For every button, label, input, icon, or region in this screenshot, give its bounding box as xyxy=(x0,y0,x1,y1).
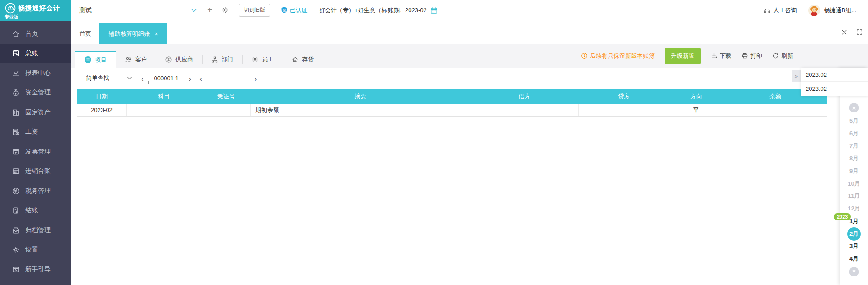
cell-balance xyxy=(723,104,827,116)
tab-close-icon[interactable]: × xyxy=(154,31,158,37)
period-to[interactable]: 2023.02 xyxy=(801,82,868,96)
logo-cloud-icon xyxy=(5,2,16,14)
period-from[interactable]: 2023.02 xyxy=(801,68,868,82)
prev-voucher-button[interactable]: ‹ xyxy=(139,75,146,83)
user-menu[interactable]: 畅捷通B组... xyxy=(808,4,856,17)
gear-icon[interactable] xyxy=(222,0,229,20)
year-badge: 2023 xyxy=(834,213,851,220)
close-all-icon[interactable] xyxy=(841,29,847,35)
column-header-direction: 方向 xyxy=(669,89,723,104)
chevron-down-icon xyxy=(127,76,132,79)
fullscreen-icon[interactable] xyxy=(856,29,863,35)
month-item[interactable]: 4月 xyxy=(840,252,868,265)
headset-icon xyxy=(764,7,771,14)
prev-page-button[interactable]: ‹ xyxy=(198,75,204,83)
sidebar-item-closing[interactable]: 结账 xyxy=(0,201,71,221)
sidebar-item-invoice[interactable]: 发票管理 xyxy=(0,142,71,162)
cell-credit xyxy=(579,104,669,116)
column-header-credit: 贷方 xyxy=(579,89,669,104)
column-header-voucher-no: 凭证号 xyxy=(201,89,251,104)
month-item: 5月 xyxy=(840,115,868,127)
sidebar-item-general-ledger[interactable]: 总账 xyxy=(0,44,71,64)
scroll-down-icon[interactable] xyxy=(849,267,859,276)
cell-subject xyxy=(127,104,201,116)
sidebar: 畅捷通好会计 专业版 首页 总账 报表中心 资金管理 固定 xyxy=(0,0,71,285)
sidebar-item-payroll[interactable]: 工资 xyxy=(0,122,71,142)
month-panel: 5月 6月 7月 8月 9月 10月 11月 12月 1月 2月 3月 4月 2… xyxy=(840,68,868,285)
tab-auxiliary-ledger[interactable]: 辅助核算明细账 × xyxy=(99,23,167,44)
tab-department[interactable]: 部门 xyxy=(202,51,242,68)
purchase-sales-icon xyxy=(12,167,20,175)
funds-icon xyxy=(12,89,20,97)
refresh-button[interactable]: 刷新 xyxy=(772,52,793,60)
app-window: 畅捷通好会计 专业版 首页 总账 报表中心 资金管理 固定 xyxy=(0,0,868,285)
sidebar-item-archive[interactable]: 归档管理 xyxy=(0,220,71,240)
avatar xyxy=(808,4,821,17)
month-item: 6月 xyxy=(840,127,868,140)
month-item-active[interactable]: 2月 xyxy=(840,228,868,240)
collapse-panel-icon[interactable]: » xyxy=(792,70,801,82)
download-button[interactable]: 下载 xyxy=(711,52,731,60)
search-mode-label: 简单查找 xyxy=(86,74,109,82)
sidebar-item-settings[interactable]: 设置 xyxy=(0,240,71,260)
home-icon xyxy=(12,30,20,38)
account-select[interactable]: 测试 xyxy=(79,0,197,20)
switch-old-version-button[interactable]: 切到旧版 xyxy=(239,4,270,17)
month-item: 11月 xyxy=(840,190,868,203)
sidebar-item-funds[interactable]: 资金管理 xyxy=(0,83,71,103)
month-item[interactable]: 3月 xyxy=(840,240,868,253)
next-voucher-button[interactable]: › xyxy=(187,75,193,83)
upgrade-button[interactable]: 升级新版 xyxy=(665,48,701,64)
tab-project[interactable]: 项目 xyxy=(75,51,116,68)
cell-debit xyxy=(470,104,579,116)
project-icon xyxy=(84,56,92,64)
support-link[interactable]: 人工咨询 xyxy=(764,6,797,14)
archive-icon xyxy=(12,226,20,234)
voucher-number-input[interactable] xyxy=(148,73,184,83)
logo-block: 畅捷通好会计 专业版 xyxy=(0,0,71,21)
table-row[interactable]: 2023-02 期初余额 平 xyxy=(77,104,827,117)
support-label: 人工咨询 xyxy=(773,6,797,14)
tab-home[interactable]: 首页 xyxy=(71,23,99,44)
tab-inventory[interactable]: 存货 xyxy=(283,51,323,68)
certified-badge[interactable]: 企 已认证 xyxy=(280,0,307,20)
calendar-icon[interactable] xyxy=(430,7,438,14)
next-page-button[interactable]: › xyxy=(253,75,259,83)
tab-customer[interactable]: 客户 xyxy=(116,51,156,68)
sidebar-item-report-center[interactable]: 报表中心 xyxy=(0,63,71,83)
sidebar-item-fixed-assets[interactable]: 固定资产 xyxy=(0,103,71,122)
print-button[interactable]: 打印 xyxy=(741,52,762,60)
user-name: 畅捷通B组... xyxy=(824,6,856,14)
cell-date: 2023-02 xyxy=(77,104,127,116)
guide-icon xyxy=(12,266,20,274)
jump-input[interactable] xyxy=(207,73,250,83)
cell-direction: 平 xyxy=(669,104,723,116)
ledger-table: 日期 科目 凭证号 摘要 借方 贷方 方向 余额 2023-02 期初余额 平 xyxy=(77,89,827,117)
sidebar-item-tax[interactable]: 税务管理 xyxy=(0,181,71,201)
table-header: 日期 科目 凭证号 摘要 借方 贷方 方向 余额 xyxy=(77,89,827,104)
payroll-icon xyxy=(12,128,20,136)
edition-label: 专业版 xyxy=(5,14,68,20)
settings-icon xyxy=(12,246,20,254)
search-mode-select[interactable]: 简单查找 xyxy=(85,72,133,85)
sidebar-item-purchase-sales[interactable]: 进销台账 xyxy=(0,162,71,182)
add-account-button[interactable]: + xyxy=(207,0,212,20)
divider xyxy=(802,7,802,14)
employee-icon xyxy=(251,56,259,63)
tab-supplier[interactable]: 供应商 xyxy=(156,51,202,68)
tab-employee[interactable]: 员工 xyxy=(242,51,283,68)
sidebar-item-home[interactable]: 首页 xyxy=(0,24,71,44)
sidebar-item-guide[interactable]: 新手引导 xyxy=(0,260,71,280)
report-center-icon xyxy=(12,69,20,77)
chevron-down-icon xyxy=(191,9,197,12)
period-range-box: 2023.02 2023.02 xyxy=(801,68,868,96)
refresh-icon xyxy=(772,52,779,59)
scroll-up-icon[interactable] xyxy=(849,103,859,112)
column-header-date: 日期 xyxy=(77,89,127,104)
month-item: 10月 xyxy=(840,178,868,190)
printer-icon xyxy=(741,52,748,59)
account-period[interactable]: 账期 2023-02 xyxy=(388,0,438,20)
closing-icon xyxy=(12,206,20,215)
column-header-subject: 科目 xyxy=(127,89,201,104)
month-item: 7月 xyxy=(840,140,868,153)
